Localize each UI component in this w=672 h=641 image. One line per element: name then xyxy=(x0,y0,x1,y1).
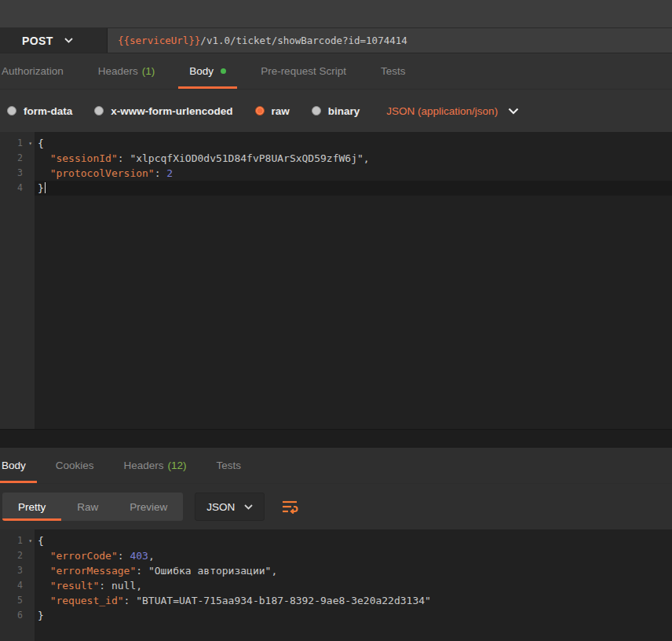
json-string: "BTUAT=UAT-715aa934-b187-8392-9ae8-3e20a… xyxy=(136,595,431,606)
line-number: 3 xyxy=(17,167,23,178)
preview-button[interactable]: Preview xyxy=(114,493,183,521)
url-input[interactable]: {{serviceUrl}}/v1.0/ticket/showBarcode?i… xyxy=(108,28,672,53)
raw-label: raw xyxy=(272,105,290,117)
json-brace: } xyxy=(38,182,44,194)
raw-button[interactable]: Raw xyxy=(61,493,114,521)
tab-authorization[interactable]: Authorization xyxy=(2,53,64,89)
pretty-button[interactable]: Pretty xyxy=(2,493,61,521)
response-tabs: Body Cookies Headers (12) Tests xyxy=(0,448,672,484)
tab-pre-request-script-label: Pre-request Script xyxy=(261,65,346,77)
pane-resize-handle[interactable] xyxy=(0,429,672,448)
json-key: "protocolVersion" xyxy=(38,167,155,179)
tab-body[interactable]: Body xyxy=(189,53,226,89)
code-line: 5 "request_id": "BTUAT=UAT-715aa934-b187… xyxy=(0,593,672,608)
content-type-label: JSON (application/json) xyxy=(386,105,498,117)
tab-headers[interactable]: Headers (1) xyxy=(98,53,155,89)
preview-label: Preview xyxy=(130,501,167,513)
radio-binary-icon xyxy=(312,106,321,115)
window-header-strip xyxy=(0,0,672,28)
tab-cookies-label: Cookies xyxy=(56,460,94,471)
line-number: 4 xyxy=(17,182,23,193)
json-string: "xlpcqfXiOD0dv51D84fvP8UArSxQD59zfW6j" xyxy=(130,152,363,164)
binary-label: binary xyxy=(328,105,360,117)
tab-headers-label: Headers xyxy=(98,65,138,77)
code-content: "errorMessage": "Ошибка авторизации", xyxy=(35,563,672,578)
body-status-dot-icon xyxy=(221,68,226,74)
json-key: "request_id" xyxy=(38,595,124,606)
tab-cookies[interactable]: Cookies xyxy=(56,448,94,483)
tab-pre-request-script[interactable]: Pre-request Script xyxy=(261,53,346,89)
tab-response-tests-label: Tests xyxy=(217,460,242,471)
code-content: } xyxy=(35,608,672,623)
code-content: "result": null, xyxy=(35,578,672,593)
response-view-switcher: Pretty Raw Preview xyxy=(2,493,183,521)
gutter: 4 xyxy=(0,181,35,196)
url-path: /v1.0/ticket/showBarcode?id=1074414 xyxy=(200,35,407,46)
form-data-label: form-data xyxy=(24,105,72,117)
content-type-selector[interactable]: JSON (application/json) xyxy=(386,105,519,117)
tab-tests-label: Tests xyxy=(381,65,406,77)
json-comma: , xyxy=(363,152,370,164)
code-content: { xyxy=(35,136,672,151)
method-selector[interactable]: POST xyxy=(0,28,108,53)
code-line-current: 4 } xyxy=(0,181,672,196)
code-line: 1▾ { xyxy=(0,533,672,548)
code-content: "sessionId": "xlpcqfXiOD0dv51D84fvP8UArS… xyxy=(35,151,672,166)
tab-response-headers[interactable]: Headers (12) xyxy=(124,448,187,483)
mode-raw[interactable]: raw xyxy=(255,105,290,117)
tab-authorization-label: Authorization xyxy=(2,65,64,77)
tab-response-headers-label: Headers xyxy=(124,460,164,471)
gutter: 3 xyxy=(0,166,35,181)
json-separator: : xyxy=(155,167,167,179)
mode-x-www-form-urlencoded[interactable]: x-www-form-urlencoded xyxy=(94,105,232,117)
code-content: "request_id": "BTUAT=UAT-715aa934-b187-8… xyxy=(35,593,672,608)
tab-body-label: Body xyxy=(189,65,214,77)
request-tabs: Authorization Headers (1) Body Pre-reque… xyxy=(0,53,672,90)
code-content: "errorCode": 403, xyxy=(35,548,672,563)
json-number: 2 xyxy=(166,167,173,179)
mode-form-data[interactable]: form-data xyxy=(7,105,72,117)
tab-tests[interactable]: Tests xyxy=(381,53,406,89)
wrap-lines-button[interactable] xyxy=(276,493,303,520)
wrap-lines-icon xyxy=(281,500,298,514)
json-separator: : xyxy=(136,565,148,577)
tab-response-body-label: Body xyxy=(2,460,26,471)
mode-binary[interactable]: binary xyxy=(312,105,360,117)
response-body-editor: 1▾ { 2 "errorCode": 403, 3 "errorMessage… xyxy=(0,529,672,641)
request-url-bar: POST {{serviceUrl}}/v1.0/ticket/showBarc… xyxy=(0,28,672,53)
gutter: 5 xyxy=(0,593,35,608)
json-comma: , xyxy=(148,550,155,562)
json-comma: , xyxy=(136,580,142,592)
headers-count-badge: (1) xyxy=(142,65,155,77)
json-brace: { xyxy=(38,535,44,547)
request-body-editor[interactable]: 1▾ { 2 "sessionId": "xlpcqfXiOD0dv51D84f… xyxy=(0,132,672,429)
raw-label: Raw xyxy=(77,501,98,513)
code-line: 6 } xyxy=(0,608,672,623)
fold-caret-icon[interactable]: ▾ xyxy=(28,137,32,150)
urlencoded-label: x-www-form-urlencoded xyxy=(111,105,232,117)
radio-raw-selected-icon xyxy=(255,106,265,115)
line-number: 6 xyxy=(17,610,23,621)
json-null: null xyxy=(111,580,136,592)
response-format-label: JSON xyxy=(206,501,235,513)
method-label: POST xyxy=(22,35,53,47)
json-key: "errorMessage" xyxy=(38,565,136,577)
json-separator: : xyxy=(118,152,130,164)
code-line: 3 "protocolVersion": 2 xyxy=(0,166,672,181)
radio-form-data-icon xyxy=(7,106,16,115)
tab-response-body[interactable]: Body xyxy=(2,448,26,483)
json-brace: { xyxy=(38,137,44,149)
code-content: { xyxy=(35,533,672,548)
line-number: 4 xyxy=(17,580,23,591)
line-number: 2 xyxy=(17,550,23,561)
fold-caret-icon[interactable]: ▾ xyxy=(28,534,32,548)
json-key: "errorCode" xyxy=(38,550,118,562)
line-number: 1 xyxy=(17,535,23,546)
code-content: } xyxy=(35,181,672,196)
url-variable: {{serviceUrl}} xyxy=(118,35,200,46)
line-number: 2 xyxy=(17,152,23,163)
tab-response-tests[interactable]: Tests xyxy=(217,448,242,483)
pretty-label: Pretty xyxy=(18,501,46,513)
content-type-chevron-icon xyxy=(508,108,519,115)
response-format-dropdown[interactable]: JSON xyxy=(195,493,265,521)
